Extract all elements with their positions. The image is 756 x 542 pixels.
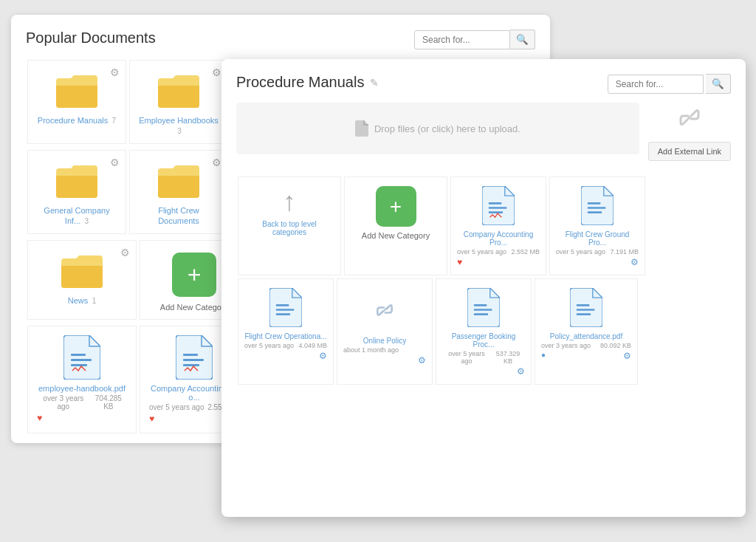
svg-rect-16 <box>474 309 492 311</box>
file-upload-icon <box>355 120 368 137</box>
settings-dot[interactable]: ⚙ <box>418 355 426 366</box>
add-new-category-front[interactable]: + Add New Category <box>344 176 447 275</box>
folder-employee-handbooks[interactable]: Employee Handbooks 3 ⚙ <box>129 60 228 144</box>
up-arrow-icon: ↑ <box>244 186 334 217</box>
folder-label: General Company Inf... 3 <box>37 205 117 226</box>
external-link-area: Add External Link <box>648 103 731 166</box>
front-search-input[interactable] <box>608 75 704 94</box>
blue-dot-icon: ● <box>541 351 546 361</box>
favorite-icon[interactable]: ♥ <box>37 413 42 423</box>
pdf-icon <box>482 186 515 226</box>
settings-dot[interactable]: ⚙ <box>517 366 525 377</box>
folder-icon <box>157 72 201 109</box>
chain-link-icon <box>648 103 731 137</box>
front-file-company-accounting[interactable]: Company Accounting Pro... over 5 years a… <box>450 176 546 275</box>
svg-rect-9 <box>588 202 601 205</box>
gear-icon[interactable]: ⚙ <box>110 66 120 78</box>
file-meta: over 3 years ago 704.285 KB <box>37 394 127 411</box>
add-external-link-button[interactable]: Add External Link <box>648 142 731 161</box>
front-file-online-policy[interactable]: Online Policy about 1 month ago ⚙ <box>337 278 433 385</box>
back-search-button[interactable]: 🔍 <box>510 30 535 49</box>
front-file-flight-crew-ops[interactable]: Flight Crew Operationa... over 5 years a… <box>238 278 334 385</box>
front-grid: ↑ Back to top level categories + Add New… <box>236 175 731 386</box>
file-meta: over 5 years ago 7.191 MB <box>556 248 639 255</box>
settings-dot[interactable]: ⚙ <box>623 351 631 361</box>
folder-general-company[interactable]: General Company Inf... 3 ⚙ <box>27 150 126 234</box>
edit-icon[interactable]: ✎ <box>370 77 379 89</box>
folder-icon <box>55 72 99 109</box>
file-meta: over 5 years ago 2.552 MB <box>457 248 540 255</box>
folder-flight-crew[interactable]: Flight Crew Documents ⚙ <box>129 150 228 234</box>
svg-rect-20 <box>577 313 591 315</box>
svg-rect-8 <box>489 211 503 213</box>
svg-rect-13 <box>276 309 295 311</box>
svg-rect-1 <box>71 359 92 361</box>
svg-rect-14 <box>276 313 290 315</box>
svg-rect-3 <box>183 354 198 356</box>
pdf-icon <box>467 288 500 328</box>
folder-label: Employee Handbooks 3 <box>139 115 219 136</box>
file-employee-handbook[interactable]: employee-handbook.pdf over 3 years ago 7… <box>27 326 137 433</box>
back-to-top-button[interactable]: ↑ Back to top level categories <box>238 176 341 275</box>
svg-rect-5 <box>183 364 199 366</box>
folder-label: News 1 <box>37 295 127 306</box>
gear-icon[interactable]: ⚙ <box>212 66 221 78</box>
svg-rect-19 <box>577 309 595 311</box>
svg-rect-18 <box>577 304 590 306</box>
pdf-icon <box>269 288 302 328</box>
folder-label: Procedure Manuals 7 <box>37 115 117 126</box>
plus-icon: + <box>376 186 416 227</box>
back-search-input[interactable] <box>414 30 510 49</box>
back-panel-search[interactable]: 🔍 <box>414 30 535 49</box>
folder-icon <box>157 162 201 199</box>
folder-icon <box>60 253 104 289</box>
svg-rect-11 <box>588 211 602 213</box>
front-search-button[interactable]: 🔍 <box>706 74 731 94</box>
svg-rect-17 <box>474 313 488 315</box>
favorite-icon[interactable]: ♥ <box>457 257 462 267</box>
pdf-icon <box>570 288 602 328</box>
settings-dot[interactable]: ⚙ <box>319 351 327 361</box>
file-meta: over 5 years ago 537.329 KB <box>442 350 525 365</box>
plus-icon: + <box>172 253 216 297</box>
file-meta: over 3 years ago 80.092 KB <box>541 342 631 349</box>
svg-rect-2 <box>71 364 87 366</box>
pdf-icon <box>581 186 614 226</box>
gear-icon[interactable]: ⚙ <box>120 247 130 258</box>
folder-label: Flight Crew Documents <box>139 205 219 226</box>
pdf-icon <box>63 335 100 380</box>
favorite-icon[interactable]: ♥ <box>149 414 154 424</box>
front-file-policy-attendance[interactable]: Policy_attendance.pdf over 3 years ago 8… <box>535 278 638 385</box>
front-file-flight-crew-ground[interactable]: Flight Crew Ground Pro... over 5 years a… <box>549 176 645 275</box>
svg-rect-10 <box>588 207 606 209</box>
pdf-icon <box>176 335 213 380</box>
file-meta: about 1 month ago <box>343 346 426 354</box>
folder-procedure-manuals[interactable]: Procedure Manuals 7 ⚙ <box>27 60 126 144</box>
file-meta: over 5 years ago 4.049 MB <box>244 342 327 349</box>
svg-rect-12 <box>276 304 289 306</box>
folder-news[interactable]: News 1 ⚙ <box>27 240 137 320</box>
svg-rect-0 <box>71 354 86 356</box>
svg-rect-4 <box>183 359 204 361</box>
svg-rect-15 <box>474 304 487 306</box>
svg-rect-7 <box>489 207 507 209</box>
front-file-passenger-booking[interactable]: Passenger Booking Proc... over 5 years a… <box>436 278 532 385</box>
svg-rect-6 <box>489 202 502 205</box>
gear-icon[interactable]: ⚙ <box>110 157 120 168</box>
front-panel-search[interactable]: 🔍 <box>608 74 731 94</box>
chain-link-icon <box>366 288 403 332</box>
settings-dot[interactable]: ⚙ <box>630 257 639 267</box>
procedure-manuals-panel: Procedure Manuals ✎ 🔍 Drop files (or cli… <box>221 59 746 517</box>
drop-zone[interactable]: Drop files (or click) here to upload. <box>236 103 639 154</box>
folder-icon <box>55 162 99 199</box>
gear-icon[interactable]: ⚙ <box>212 157 221 168</box>
